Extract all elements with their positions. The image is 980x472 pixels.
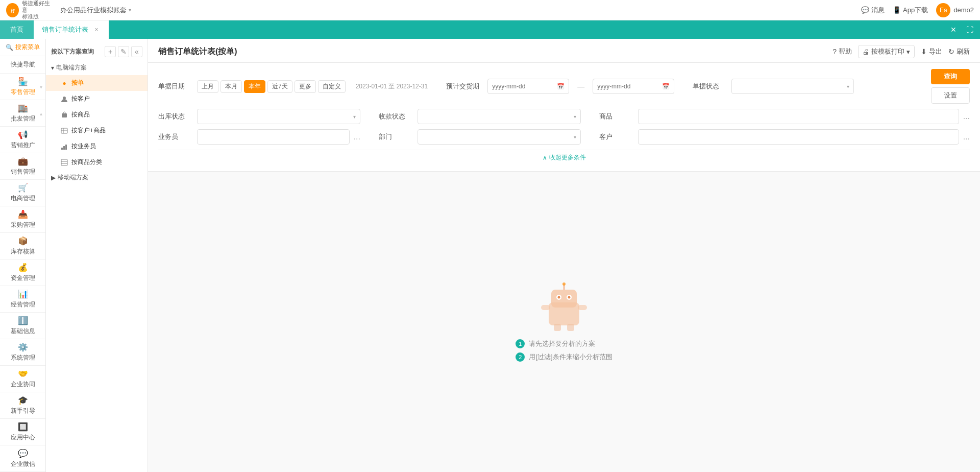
date-btn-thismonth[interactable]: 本月 [220,80,242,93]
sidebar-item-ecommerce[interactable]: 🛒 电商管理 [0,180,45,206]
user-menu[interactable]: Ea demo2 [936,3,974,17]
app-download-button[interactable]: 📱 App下载 [893,6,928,15]
sidebar-item-retail[interactable]: 🏪 零售管理 ▾ [0,74,45,100]
scheme-group-pc[interactable]: ▾ 电脑端方案 [46,60,148,75]
status-label: 单据状态 [693,82,723,91]
wholesale-icon: 🏬 [18,103,28,113]
scheme-item-bysalesperson[interactable]: 按业务员 [46,138,148,154]
sidebar-item-inventory[interactable]: 📦 库存核算 [0,233,45,259]
tab-close-icon[interactable]: × [92,26,101,34]
date-btn-custom[interactable]: 自定义 [318,80,346,93]
sidebar-item-marketing[interactable]: 📢 营销推广 [0,127,45,153]
collapse-button[interactable]: ∧ 收起更多条件 [158,150,970,165]
sidebar-item-wholesale[interactable]: 🏬 批发管理 ▴ [0,100,45,127]
content-area: 按以下方案查询 + ✎ « ▾ 电脑端方案 ● 按单 按客户 [46,39,980,472]
help-button[interactable]: ? 帮助 [832,47,852,56]
date-btn-more[interactable]: 更多 [295,80,316,93]
empty-state: 1 请先选择要分析的方案 2 用[过滤]条件来缩小分析范围 [148,172,980,472]
operations-icon: 📊 [18,289,28,299]
sidebar-item-enterprise[interactable]: 🤝 企业协同 [0,366,45,392]
sidebar-item-purchase[interactable]: 📥 采购管理 [0,206,45,233]
goods-input[interactable] [638,109,959,124]
salesperson-input[interactable] [197,129,350,145]
refresh-icon: ↻ [948,48,954,56]
scheme-item-bycustomer[interactable]: 按客户 [46,91,148,107]
date-separator: — [577,82,584,90]
sidebar-item-system[interactable]: ⚙️ 系统管理 [0,339,45,366]
svg-text:好: 好 [10,9,15,13]
scheme-item-bycustomergoods[interactable]: 按客户+商品 [46,123,148,138]
chevron-right-icon: ▴ [40,110,42,116]
sidebar-quicknav[interactable]: 快捷导航 [0,56,45,74]
page-title: 销售订单统计表(按单) [158,46,237,57]
scheme-active-icon: ● [60,79,68,87]
settings-button[interactable]: 设置 [931,87,970,104]
svg-rect-21 [554,324,561,331]
logo-icon: 好 [6,3,19,17]
expected-date-start[interactable]: 📅 [487,79,569,94]
sidebar-item-finance[interactable]: 💰 资金管理 [0,259,45,286]
window-expand-button[interactable]: ⛶ [964,23,976,36]
customer-dots-button[interactable]: ... [963,132,970,141]
date-btn-7days[interactable]: 近7天 [267,80,292,93]
sidebar-item-appcenter[interactable]: 🔲 应用中心 [0,419,45,445]
sidebar-item-operations[interactable]: 📊 经营管理 [0,286,45,313]
dept-select[interactable]: ▾ [418,129,581,145]
filter-row-3: 业务员 ... 部门 ▾ 客户 ... [158,129,970,145]
scheme-edit-button[interactable]: ✎ [118,46,129,57]
filter-row-2: 出库状态 ▾ 收款状态 ▾ 商品 ... [158,109,970,124]
svg-rect-3 [62,113,67,117]
tab-home[interactable]: 首页 [0,20,34,39]
scheme-add-button[interactable]: + [105,46,116,57]
expected-date-end[interactable]: 📅 [593,79,674,94]
svg-rect-24 [578,305,587,310]
scheme-item-bygoods[interactable]: 按商品 [46,107,148,123]
scheme-group-mobile[interactable]: ▶ 移动端方案 [46,170,148,185]
company-selector[interactable]: 办公用品行业模拟账套 ▾ [56,4,135,17]
date-btn-thisyear[interactable]: 本年 [244,80,265,93]
logo-text: 畅捷通好生意 标准版 [22,0,52,20]
scheme-item-byorder[interactable]: ● 按单 [46,75,148,91]
print-button[interactable]: 🖨 按模板打印 ▾ [858,45,915,58]
sidebar-item-newguide[interactable]: 🎓 新手引导 [0,392,45,419]
scheme-panel-header: 按以下方案查询 + ✎ « [46,43,148,60]
goods-label: 商品 [599,112,630,121]
sidebar-item-sales[interactable]: 💼 销售管理 [0,153,45,180]
chevron-down-icon: ▾ [129,7,131,13]
expand-icon: ▶ [51,174,56,181]
goods-dots-button[interactable]: ... [963,112,970,121]
date-btn-lastmonth[interactable]: 上月 [197,80,218,93]
avatar: Ea [936,3,950,17]
customer-icon [60,95,68,103]
guide-icon: 🎓 [18,395,28,405]
refresh-button[interactable]: ↻ 刷新 [948,47,970,56]
message-button[interactable]: 💬 消息 [861,6,885,15]
outstatus-select[interactable]: ▾ [197,109,360,124]
empty-illustration [533,282,595,333]
tab-sales-order[interactable]: 销售订单统计表 × [34,20,109,39]
page-header: 销售订单统计表(按单) ? 帮助 🖨 按模板打印 ▾ ⬇ 导出 [148,39,980,63]
window-close-button[interactable]: ✕ [947,23,960,36]
expected-date-start-input[interactable] [492,83,555,90]
salesperson-dots-button[interactable]: ... [354,132,360,141]
customer-input[interactable] [638,129,959,145]
step-num-1: 1 [516,339,525,348]
receivestatus-select[interactable]: ▾ [418,109,581,124]
scheme-item-bycategory[interactable]: 按商品分类 [46,154,148,170]
main-layout: 🔍 搜索菜单 快捷导航 🏪 零售管理 ▾ 🏬 批发管理 ▴ 📢 营销推广 💼 销… [0,39,980,472]
search-icon: 🔍 [6,44,13,51]
dept-label: 部门 [379,132,409,141]
receivestatus-label: 收款状态 [379,112,409,121]
export-icon: ⬇ [921,48,927,56]
svg-rect-8 [63,146,65,150]
company-name: 办公用品行业模拟账套 [60,6,127,15]
sidebar-item-wechat[interactable]: 💬 企业微信 [0,445,45,472]
export-button[interactable]: ⬇ 导出 [921,47,942,56]
status-select[interactable]: ▾ [731,79,854,94]
svg-rect-22 [567,324,574,331]
expected-date-end-input[interactable] [597,83,660,90]
scheme-collapse-button[interactable]: « [131,46,142,57]
sidebar-item-basics[interactable]: ℹ️ 基础信息 [0,313,45,339]
query-button[interactable]: 查询 [931,69,970,84]
sidebar-search[interactable]: 🔍 搜索菜单 [0,39,45,56]
